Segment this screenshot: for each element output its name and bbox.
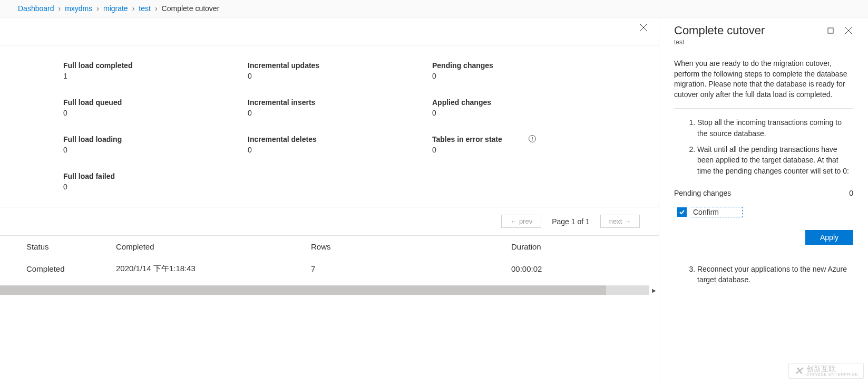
chevron-right-icon: › bbox=[132, 4, 135, 13]
stat-value: 0 bbox=[432, 72, 606, 80]
stat-value: 0 bbox=[248, 146, 432, 154]
close-icon[interactable] bbox=[844, 26, 853, 35]
stat-value: 0 bbox=[432, 146, 502, 154]
stat-value: 0 bbox=[63, 183, 248, 191]
stat-label: Full load loading bbox=[63, 135, 248, 143]
stat-label: Full load failed bbox=[63, 172, 248, 180]
step-1: Stop all the incoming transactions comin… bbox=[697, 117, 853, 139]
stat-label: Applied changes bbox=[432, 98, 606, 107]
horizontal-scrollbar[interactable]: ▶ bbox=[0, 285, 659, 295]
breadcrumb-item-migrate[interactable]: migrate bbox=[103, 4, 128, 13]
complete-cutover-panel: Complete cutover test When you are ready… bbox=[659, 17, 868, 379]
stats-grid: Full load completed 1 Incremental update… bbox=[0, 45, 659, 207]
col-status: Status bbox=[26, 242, 116, 251]
pending-changes-row: Pending changes 0 bbox=[674, 189, 853, 197]
pager: ← prev Page 1 of 1 next → bbox=[0, 207, 659, 235]
stat-value: 1 bbox=[63, 72, 248, 80]
cell-status: Completed bbox=[26, 264, 116, 273]
stat-incremental-updates: Incremental updates 0 bbox=[248, 61, 432, 80]
chevron-right-icon: › bbox=[96, 4, 99, 13]
divider bbox=[674, 108, 853, 109]
steps-list: Stop all the incoming transactions comin… bbox=[674, 117, 853, 176]
stat-pending-changes: Pending changes 0 bbox=[432, 61, 606, 80]
breadcrumb-item-dashboard[interactable]: Dashboard bbox=[18, 4, 54, 13]
next-button[interactable]: next → bbox=[600, 215, 640, 228]
svg-rect-0 bbox=[828, 28, 833, 33]
col-rows: Rows bbox=[311, 242, 511, 251]
migration-content: Full load completed 1 Incremental update… bbox=[0, 17, 659, 379]
table-row[interactable]: Completed 2020/1/14 下午1:18:43 7 00:00:02 bbox=[0, 257, 659, 280]
stat-incremental-inserts: Incremental inserts 0 bbox=[248, 98, 432, 117]
pager-text: Page 1 of 1 bbox=[552, 217, 590, 226]
stat-value: 0 bbox=[248, 72, 432, 80]
stat-label: Full load completed bbox=[63, 61, 248, 70]
step-3: Reconnect your applications to the new A… bbox=[697, 264, 853, 285]
breadcrumb-current: Complete cutover bbox=[162, 4, 220, 13]
apply-button[interactable]: Apply bbox=[805, 230, 853, 245]
stat-full-load-completed: Full load completed 1 bbox=[63, 61, 248, 80]
table-header: Status Completed Rows Duration bbox=[0, 235, 659, 257]
panel-title: Complete cutover bbox=[674, 24, 765, 37]
step-2: Wait until all the pending transactions … bbox=[697, 144, 853, 176]
stat-applied-changes: Applied changes 0 bbox=[432, 98, 606, 117]
stat-full-load-failed: Full load failed 0 bbox=[63, 172, 248, 191]
steps-list-continued: Reconnect your applications to the new A… bbox=[674, 264, 853, 285]
prev-button[interactable]: ← prev bbox=[501, 215, 541, 228]
pending-label: Pending changes bbox=[674, 189, 731, 197]
stat-label: Full load queued bbox=[63, 98, 248, 107]
pending-value: 0 bbox=[849, 189, 853, 197]
confirm-checkbox[interactable] bbox=[677, 207, 687, 217]
chevron-right-icon: › bbox=[155, 4, 158, 13]
panel-description: When you are ready to do the migration c… bbox=[674, 59, 853, 100]
stat-value: 0 bbox=[432, 109, 606, 117]
confirm-label: Confirm bbox=[691, 207, 743, 217]
scroll-right-icon[interactable]: ▶ bbox=[649, 285, 659, 295]
chevron-right-icon: › bbox=[58, 4, 61, 13]
cell-duration: 00:00:02 bbox=[511, 264, 632, 273]
stat-label: Incremental inserts bbox=[248, 98, 432, 107]
scrollbar-thumb[interactable] bbox=[0, 285, 606, 295]
info-icon[interactable]: i bbox=[529, 135, 536, 142]
stat-value: 0 bbox=[248, 109, 432, 117]
stat-label: Pending changes bbox=[432, 61, 606, 70]
stat-label: Tables in error state bbox=[432, 135, 502, 143]
maximize-icon[interactable] bbox=[826, 26, 835, 35]
breadcrumb: Dashboard › mxydms › migrate › test › Co… bbox=[0, 0, 868, 17]
breadcrumb-item-mxydms[interactable]: mxydms bbox=[65, 4, 92, 13]
col-completed: Completed bbox=[116, 242, 311, 251]
stat-label: Incremental updates bbox=[248, 61, 432, 70]
stat-incremental-deletes: Incremental deletes 0 bbox=[248, 135, 432, 154]
stat-value: 0 bbox=[63, 109, 248, 117]
panel-subtitle: test bbox=[674, 39, 765, 46]
close-icon[interactable] bbox=[639, 23, 648, 32]
stat-tables-in-error: Tables in error state 0 i bbox=[432, 135, 606, 154]
stat-full-load-loading: Full load loading 0 bbox=[63, 135, 248, 154]
breadcrumb-item-test[interactable]: test bbox=[139, 4, 151, 13]
col-duration: Duration bbox=[511, 242, 632, 251]
stat-full-load-queued: Full load queued 0 bbox=[63, 98, 248, 117]
cell-rows: 7 bbox=[311, 264, 511, 273]
cell-completed: 2020/1/14 下午1:18:43 bbox=[116, 264, 311, 274]
stat-value: 0 bbox=[63, 146, 248, 154]
stat-label: Incremental deletes bbox=[248, 135, 432, 143]
